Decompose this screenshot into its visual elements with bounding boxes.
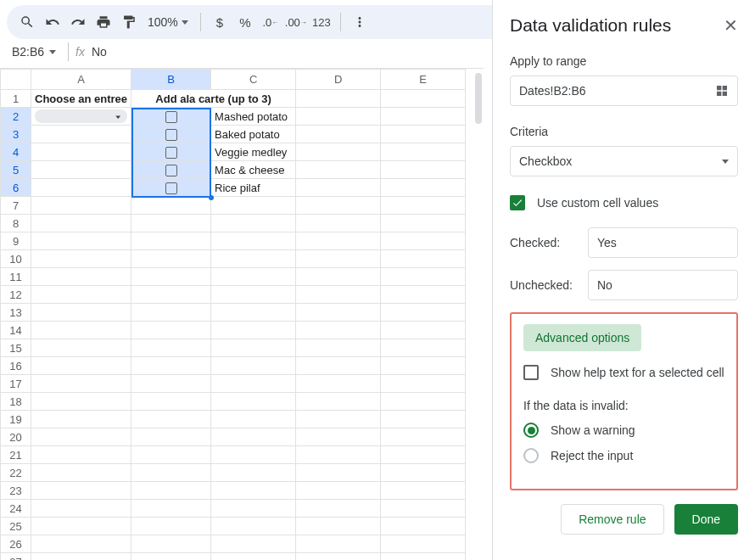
cell[interactable] <box>211 268 296 286</box>
cell[interactable] <box>131 500 211 518</box>
cell[interactable] <box>296 304 381 322</box>
cell[interactable] <box>211 375 296 393</box>
cell[interactable] <box>296 197 381 215</box>
cell-B6[interactable] <box>131 179 211 197</box>
cell[interactable] <box>296 322 381 339</box>
cell[interactable] <box>31 500 131 518</box>
cell[interactable] <box>381 428 466 446</box>
cell[interactable] <box>381 232 466 250</box>
row-header[interactable]: 23 <box>1 482 31 500</box>
cell[interactable] <box>131 411 211 428</box>
cell[interactable] <box>131 197 211 215</box>
cell[interactable] <box>211 464 296 482</box>
cell[interactable] <box>296 375 381 393</box>
cell[interactable] <box>296 357 381 375</box>
cell[interactable] <box>296 428 381 446</box>
cell[interactable] <box>211 250 296 268</box>
checkbox-icon[interactable] <box>165 147 177 159</box>
more-icon[interactable] <box>348 10 372 34</box>
search-icon[interactable] <box>15 10 39 34</box>
sheet-grid[interactable]: A B C D E 1 Choose an entree Add ala car… <box>0 68 484 560</box>
col-header-D[interactable]: D <box>296 70 381 90</box>
cell[interactable] <box>31 232 131 250</box>
row-header[interactable]: 5 <box>1 161 31 179</box>
cell[interactable] <box>296 179 381 197</box>
cell[interactable] <box>31 322 131 339</box>
row-header[interactable]: 9 <box>1 232 31 250</box>
cell[interactable] <box>211 446 296 464</box>
cell[interactable] <box>381 126 466 143</box>
row-header[interactable]: 4 <box>1 143 31 161</box>
cell[interactable] <box>296 108 381 126</box>
cell-C3[interactable]: Baked potato <box>211 126 296 143</box>
cell[interactable] <box>131 357 211 375</box>
row-header[interactable]: 14 <box>1 322 31 339</box>
cell[interactable] <box>381 375 466 393</box>
cell[interactable] <box>31 482 131 500</box>
cell[interactable] <box>31 250 131 268</box>
cell[interactable]: Add ala carte (up to 3) <box>131 90 296 108</box>
done-button[interactable]: Done <box>674 504 738 535</box>
cell[interactable] <box>211 518 296 535</box>
cell[interactable] <box>31 143 131 161</box>
advanced-options-toggle[interactable]: Advanced options <box>523 324 641 351</box>
row-header[interactable]: 13 <box>1 304 31 322</box>
cell[interactable] <box>211 553 296 561</box>
cell[interactable] <box>211 322 296 339</box>
cell[interactable] <box>31 428 131 446</box>
cell[interactable] <box>31 286 131 304</box>
close-icon[interactable]: ✕ <box>724 15 738 36</box>
grid-select-icon[interactable] <box>715 84 729 98</box>
cell[interactable] <box>296 126 381 143</box>
cell[interactable] <box>381 518 466 535</box>
row-header[interactable]: 12 <box>1 286 31 304</box>
cell[interactable] <box>381 322 466 339</box>
cell[interactable] <box>381 304 466 322</box>
cell[interactable] <box>31 535 131 553</box>
row-header[interactable]: 27 <box>1 553 31 561</box>
cell[interactable] <box>131 393 211 411</box>
print-icon[interactable] <box>92 10 115 34</box>
select-all-corner[interactable] <box>1 70 31 90</box>
cell[interactable] <box>296 215 381 232</box>
cell[interactable] <box>296 232 381 250</box>
cell[interactable] <box>31 161 131 179</box>
cell[interactable] <box>211 357 296 375</box>
cell[interactable] <box>296 250 381 268</box>
cell[interactable] <box>381 179 466 197</box>
row-header[interactable]: 24 <box>1 500 31 518</box>
redo-icon[interactable] <box>66 10 90 34</box>
cell-B3[interactable] <box>131 126 211 143</box>
currency-icon[interactable]: $ <box>208 10 232 34</box>
cell[interactable] <box>211 535 296 553</box>
cell[interactable] <box>211 339 296 357</box>
cell[interactable] <box>131 446 211 464</box>
checkbox-icon[interactable] <box>165 182 177 194</box>
cell[interactable] <box>31 268 131 286</box>
remove-rule-button[interactable]: Remove rule <box>561 504 663 535</box>
scrollbar-thumb[interactable] <box>475 73 482 124</box>
cell[interactable] <box>381 268 466 286</box>
cell[interactable] <box>31 464 131 482</box>
row-header[interactable]: 26 <box>1 535 31 553</box>
cell[interactable] <box>131 339 211 357</box>
checkbox-icon[interactable] <box>165 165 177 176</box>
cell[interactable] <box>381 339 466 357</box>
cell[interactable] <box>211 215 296 232</box>
row-header[interactable]: 1 <box>1 90 31 108</box>
cell-B2[interactable] <box>131 108 211 126</box>
cell[interactable] <box>211 428 296 446</box>
row-header[interactable]: 11 <box>1 268 31 286</box>
unchecked-value-input[interactable]: No <box>588 270 738 300</box>
cell[interactable] <box>31 518 131 535</box>
row-header[interactable]: 15 <box>1 339 31 357</box>
row-header[interactable]: 19 <box>1 411 31 428</box>
decrease-decimal-icon[interactable]: .0← <box>259 10 282 34</box>
cell[interactable] <box>381 286 466 304</box>
name-box[interactable]: B2:B6 <box>12 45 61 59</box>
cell[interactable] <box>131 375 211 393</box>
row-header[interactable]: 17 <box>1 375 31 393</box>
row-header[interactable]: 25 <box>1 518 31 535</box>
row-header[interactable]: 21 <box>1 446 31 464</box>
cell[interactable]: Choose an entree <box>31 90 131 108</box>
